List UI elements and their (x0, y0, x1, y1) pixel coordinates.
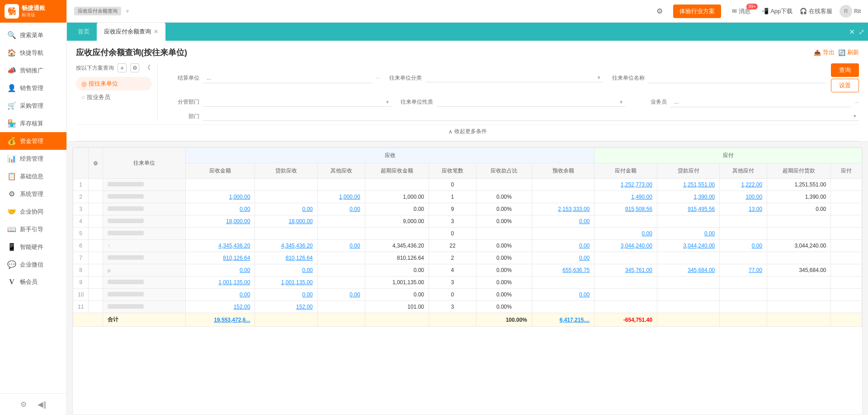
sidebar-item-guide[interactable]: 📖 新手引导 (0, 220, 66, 238)
row-receivable-amount: 0.00 (185, 289, 255, 301)
setting-button[interactable]: 设置 (831, 79, 859, 92)
row-other-payable (720, 277, 767, 289)
row-other-payable: 13.00 (720, 203, 767, 215)
collapse-more-btn[interactable]: ∧ 收起更多条件 (448, 128, 487, 135)
sidebar-item-inventory[interactable]: 🏪 库存核算 (0, 114, 66, 132)
sidebar-bottom-gear[interactable]: ⚙ (16, 397, 31, 411)
message-icon: ✉ (732, 8, 737, 14)
sidebar-label-search: 搜索菜单 (20, 31, 43, 39)
app-icon: 📲 (761, 8, 769, 14)
filter-collapse-button[interactable]: 《 (143, 63, 152, 72)
row-receivable-amount: 0.00 (185, 203, 255, 215)
query-button[interactable]: 查询 (831, 63, 859, 77)
breadcrumb-dropdown-icon[interactable]: ▼ (125, 8, 130, 14)
row-overdue-amount: 101.00 (365, 301, 429, 313)
col-settings[interactable]: ⚙ (89, 148, 103, 179)
row-settings (89, 277, 103, 289)
table-container[interactable]: ⚙ 往来单位 应收 应付 应收金额 贷款应收 其他应收 超期应收金额 应收笔数 … (72, 147, 863, 415)
col-other-payable: 其他应付 (720, 163, 767, 179)
tab-close-icon[interactable]: ✕ (154, 29, 158, 35)
header-actions: ⚙ 体验行业方案 ✉ 消息 99+ 📲 App下载 🎧 在线客服 R Rit (653, 5, 861, 18)
dept-manager-select[interactable]: ▼ (203, 98, 392, 107)
settlement-unit-label: 结算单位 (163, 74, 199, 82)
finance-icon: 💰 (7, 137, 16, 145)
guide-icon: 📖 (7, 225, 16, 234)
row-other-payable: 1,222.00 (720, 179, 767, 191)
row-prepaid-balance (532, 301, 594, 313)
filter-settlement-unit: 结算单位 ··· (163, 73, 380, 83)
sidebar-item-purchase[interactable]: 🛒 采购管理 (0, 97, 66, 114)
sidebar-item-wechat[interactable]: 💬 企业微信 (0, 256, 66, 273)
row-settings (89, 252, 103, 264)
row-partner (103, 191, 185, 203)
filter-salesperson: 业务员 ··· (631, 97, 859, 107)
sidebar: 畅 畅捷通账 标准版 🔍 搜索菜单 🏠 快捷导航 📣 营销推广 👤 销售管理 🛒… (0, 0, 67, 415)
row-receivable-amount: 4,345,436.20 (185, 240, 255, 252)
trial-button[interactable]: 体验行业方案 (673, 5, 721, 18)
row-payable-amount (594, 252, 657, 264)
partner-nature-select[interactable]: ▼ (437, 98, 625, 107)
sidebar-item-quick-nav[interactable]: 🏠 快捷导航 (0, 44, 66, 62)
service-label: 在线客服 (809, 7, 832, 15)
sidebar-item-system[interactable]: ⚙ 系统管理 (0, 185, 66, 203)
row-settings (89, 240, 103, 252)
top-header: 应收应付余额查询 ▼ ⚙ 体验行业方案 ✉ 消息 99+ 📲 App下载 🎧 在… (67, 0, 868, 23)
row-prepaid-balance: 0.00 (532, 252, 594, 264)
footer-loan-receivable (255, 313, 317, 327)
sidebar-item-sales[interactable]: 👤 销售管理 (0, 79, 66, 97)
app-download-button[interactable]: 📲 App下载 (761, 7, 793, 15)
message-button[interactable]: ✉ 消息 99+ (728, 7, 754, 15)
sidebar-item-corp[interactable]: 🤝 企业协同 (0, 203, 66, 220)
row-receivable-ratio (476, 228, 532, 240)
row-loan-payable (657, 215, 719, 228)
content-area: 应收应付余额查询(按往来单位) 📤 导出 🔄 刷新 (67, 41, 868, 415)
scheme-by-partner[interactable]: ◎ 按往来单位 (76, 77, 152, 91)
salesperson-input[interactable] (670, 97, 851, 107)
col-overdue-payable: 超期应付货款 (767, 163, 831, 179)
page-title-row: 应收应付余额查询(按往来单位) 📤 导出 🔄 刷新 (76, 47, 859, 58)
row-payable-amount (594, 289, 657, 301)
sidebar-item-finance[interactable]: 💰 资金管理 (0, 132, 66, 150)
partner-name-input[interactable] (648, 73, 826, 83)
sidebar-item-hardware[interactable]: 📱 智能硬件 (0, 238, 66, 256)
sales-icon: 👤 (7, 84, 16, 92)
home-icon: 🏠 (7, 48, 16, 57)
row-receivable-count: 0 (429, 289, 476, 301)
tab-home[interactable]: 首页 (71, 23, 97, 41)
sidebar-label-guide: 新手引导 (20, 225, 43, 234)
user-area[interactable]: R Rit (840, 5, 861, 18)
export-button[interactable]: 📤 导出 (814, 48, 835, 57)
partner-category-select[interactable]: ▼ (425, 73, 603, 82)
row-other-receivable (317, 228, 365, 240)
filter-setting-button[interactable]: ⚙ (130, 63, 139, 72)
sidebar-item-search[interactable]: 🔍 搜索菜单 (0, 26, 66, 44)
tab-bar-close-icon[interactable]: ✕ (849, 28, 855, 36)
scheme-by-salesperson[interactable]: ○ 按业务员 (76, 91, 152, 104)
sidebar-item-marketing[interactable]: 📣 营销推广 (0, 62, 66, 79)
table-row: 9 1,001,135.00 1,001,135.00 1,001,135.00… (73, 277, 862, 289)
header-gear-button[interactable]: ⚙ (653, 5, 666, 18)
sidebar-item-basic[interactable]: 📋 基础信息 (0, 167, 66, 185)
tab-query[interactable]: 应收应付余额查询 ✕ (97, 23, 165, 41)
row-receivable-amount: 1,000.00 (185, 191, 255, 203)
filter-add-button[interactable]: + (118, 63, 127, 72)
salesperson-dots[interactable]: ··· (854, 99, 859, 105)
tab-query-label: 应收应付余额查询 (104, 28, 151, 36)
col-loan-receivable: 贷款应收 (255, 163, 317, 179)
sidebar-item-business[interactable]: 📊 经营管理 (0, 150, 66, 167)
settlement-unit-input[interactable] (203, 73, 372, 83)
filter-label: 按以下方案查询 + ⚙ 《 (76, 63, 152, 72)
dept-chevron: ▼ (853, 114, 857, 119)
row-receivable-ratio: 0.00% (476, 277, 532, 289)
sidebar-item-member[interactable]: V 畅会员 (0, 273, 66, 291)
dept-select[interactable]: ▼ (203, 112, 859, 121)
settlement-unit-dots[interactable]: ··· (376, 75, 380, 81)
row-overdue-payable: 0.00 (767, 203, 831, 215)
row-loan-receivable: 4,345,436.20 (255, 240, 317, 252)
tab-bar-expand-icon[interactable]: ⤢ (859, 28, 864, 36)
row-receivable-ratio (476, 179, 532, 191)
sidebar-bottom-collapse[interactable]: ◀‖ (33, 397, 51, 411)
row-overdue-payable: 3,044,240.00 (767, 240, 831, 252)
refresh-button[interactable]: 🔄 刷新 (838, 48, 859, 57)
online-service-button[interactable]: 🎧 在线客服 (800, 7, 832, 15)
